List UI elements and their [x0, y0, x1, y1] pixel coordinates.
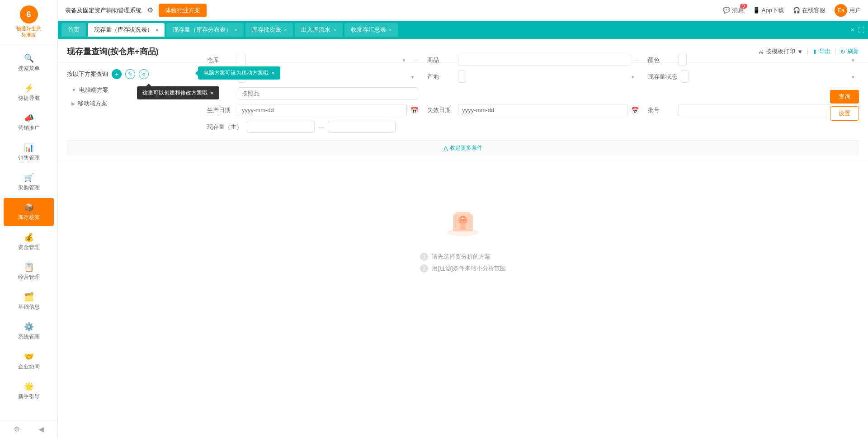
tab-inventory-dist[interactable]: 现存量（库存分布表） ×	[166, 23, 243, 37]
origin-select-wrapper	[458, 71, 638, 83]
empty-state: 1 请先选择要分析的方案 2 用[过滤]条件来缩小分析范围	[58, 162, 868, 309]
warehouse-select[interactable]	[238, 54, 246, 66]
expiry-date-cal-icon[interactable]: 📅	[631, 107, 639, 114]
filter-row5: 现存量（主） —	[207, 121, 859, 133]
sidebar-item-finance[interactable]: 💰 资金管理	[4, 228, 54, 256]
expiry-date-filter: 失效日期 📅	[427, 104, 638, 116]
sidebar-item-search[interactable]: 🔍 搜索菜单	[4, 49, 54, 77]
sidebar-settings-icon[interactable]: ⚙	[14, 425, 20, 433]
tab-inventory-status-close[interactable]: ×	[156, 27, 158, 33]
category-input[interactable]	[238, 87, 418, 99]
tab-collect-close[interactable]: ×	[389, 27, 392, 33]
guide-nav-icon: 🌟	[24, 381, 34, 391]
app-icon: 📱	[753, 7, 760, 14]
color-select-wrapper	[679, 54, 859, 66]
filter-edit-button[interactable]: ✎	[125, 69, 135, 79]
logo[interactable]: 6 畅通好生意 标准版	[0, 0, 57, 44]
status-label: 现存量状态	[648, 73, 677, 81]
logo-icon: 6	[20, 5, 38, 24]
quick-nav-icon: ⚡	[24, 83, 34, 93]
tab-close-all-icon[interactable]: ×	[851, 26, 854, 33]
sidebar-item-guide[interactable]: 🌟 新手引导	[4, 377, 54, 405]
status-select[interactable]	[681, 71, 689, 83]
message-icon: 💬	[723, 7, 730, 14]
app-download-item[interactable]: 📱 App下载	[753, 6, 784, 14]
filter-add-button[interactable]: +	[112, 69, 122, 79]
tab-batch[interactable]: 库存批次账 ×	[245, 23, 293, 37]
expiry-date-input[interactable]	[458, 104, 627, 116]
sidebar-item-marketing[interactable]: 📣 营销推广	[4, 108, 54, 137]
tab-inventory-status-label: 现存量（库存状况表）	[94, 26, 153, 34]
tooltip-edit-close[interactable]: ×	[210, 89, 214, 97]
batch-filter: 批号	[648, 104, 859, 116]
filter-fields-area: 仓库 ··· 商品 ··· 颜色	[207, 54, 859, 133]
product-input[interactable]	[458, 54, 630, 66]
tab-fullscreen-icon[interactable]: ⛶	[858, 26, 864, 33]
inventory-nav-icon: 📦	[24, 203, 34, 212]
sidebar: 6 畅通好生意 标准版 🔍 搜索菜单 ⚡ 快捷导航 📣 营销推广 📊 销售管理 …	[0, 0, 58, 438]
quantity-max-input[interactable]	[328, 121, 396, 133]
tab-inout-label: 出入库流水	[301, 26, 330, 34]
trial-button[interactable]: 体验行业方案	[159, 4, 207, 17]
color-filter: 颜色	[648, 54, 859, 66]
status-filter: 现存量状态	[648, 71, 859, 83]
collapse-bar[interactable]: ⋀ 收起更多条件	[67, 140, 859, 155]
tab-inout[interactable]: 出入库流水 ×	[295, 23, 342, 37]
production-date-filter: 生产日期 📅	[207, 104, 418, 116]
sidebar-item-sales[interactable]: 📊 销售管理	[4, 138, 54, 166]
origin-filter: 产地	[427, 71, 638, 83]
user-item[interactable]: Ea 用户	[835, 4, 861, 17]
sidebar-item-inventory[interactable]: 📦 库存核算	[4, 198, 54, 226]
tab-home[interactable]: 首页	[61, 23, 86, 37]
product-label: 商品	[427, 56, 454, 64]
tooltip-pc-close[interactable]: ×	[271, 70, 275, 77]
tab-collect[interactable]: 收发存汇总表 ×	[344, 23, 398, 37]
warehouse-dots-icon[interactable]: ···	[413, 57, 418, 63]
logo-text: 畅通好生意 标准版	[16, 25, 41, 38]
tip-text-1: 请先选择要分析的方案	[432, 253, 491, 261]
sidebar-item-basic[interactable]: 🗂️ 基础信息	[4, 287, 54, 316]
content-inner: 现存量查询(按仓库+商品) 🖨 按模板打印 ▼ ⬆ 导出 ↻	[58, 39, 868, 438]
tab-inout-close[interactable]: ×	[333, 27, 336, 33]
empty-col1	[427, 87, 638, 99]
sidebar-item-operations[interactable]: 📋 经营管理	[4, 258, 54, 286]
filter-label: 按以下方案查询	[67, 70, 108, 78]
tab-inventory-dist-close[interactable]: ×	[234, 27, 237, 33]
marketing-nav-icon: 📣	[24, 113, 34, 123]
filter-back-button[interactable]: «	[139, 69, 149, 79]
sidebar-collapse-icon[interactable]: ◀	[38, 425, 44, 433]
production-date-input[interactable]	[238, 104, 407, 116]
category-filter: 类别	[207, 87, 418, 99]
tooltip-edit-text: 这里可以创建和修改方案哦	[142, 89, 208, 97]
origin-select[interactable]	[458, 71, 466, 83]
settings-button[interactable]: 设置	[830, 106, 859, 121]
message-item[interactable]: 💬 消息 9	[723, 6, 744, 14]
quantity-range-sep: —	[318, 123, 324, 130]
top-header: 装备及固定资产辅助管理系统 ⚙ 体验行业方案 💬 消息 9 📱 App下载 🎧 …	[58, 0, 868, 21]
tab-batch-label: 库存批次账	[252, 26, 281, 34]
header-settings-icon[interactable]: ⚙	[147, 6, 153, 14]
tab-batch-close[interactable]: ×	[284, 27, 287, 33]
production-date-cal-icon[interactable]: 📅	[410, 107, 418, 114]
sidebar-item-quick[interactable]: ⚡ 快捷导航	[4, 79, 54, 107]
status-select-wrapper	[681, 71, 859, 83]
empty-col2	[648, 87, 859, 99]
support-item[interactable]: 🎧 在线客服	[793, 6, 826, 14]
mobile-scheme-arrow: ▶	[71, 101, 75, 107]
sidebar-nav: 🔍 搜索菜单 ⚡ 快捷导航 📣 营销推广 📊 销售管理 🛒 采购管理 📦 库存核…	[0, 44, 57, 420]
page-title: 现存量查询(按仓库+商品)	[67, 46, 159, 57]
query-button[interactable]: 查询	[830, 90, 859, 104]
empty-illustration	[440, 198, 486, 244]
color-select[interactable]	[679, 54, 687, 66]
sidebar-item-enterprise[interactable]: 🤝 企业协同	[4, 347, 54, 375]
enterprise-nav-icon: 🤝	[24, 352, 34, 362]
sidebar-item-purchase[interactable]: 🛒 采购管理	[4, 168, 54, 196]
origin-label: 产地	[427, 73, 454, 81]
product-filter: 商品 ···	[427, 54, 638, 66]
product-dots-icon[interactable]: ···	[634, 57, 639, 63]
quantity-min-input[interactable]	[247, 121, 315, 133]
collapse-arrow-icon: ⋀	[443, 145, 448, 151]
tooltip-pc: 电脑方案可设为移动方案哦 ×	[198, 66, 280, 80]
tab-inventory-status[interactable]: 现存量（库存状况表） ×	[88, 23, 165, 37]
sidebar-item-system[interactable]: ⚙️ 系统管理	[4, 317, 54, 345]
